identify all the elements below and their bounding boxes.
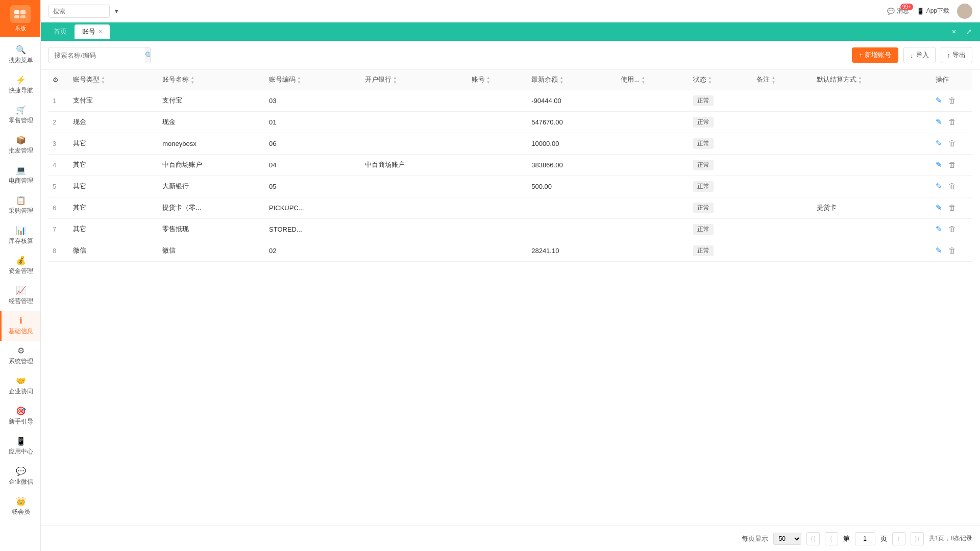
tab-home[interactable]: 首页 [46,24,75,39]
col-status[interactable]: 状态▲▼ [689,70,752,90]
row-usage [617,197,689,218]
logo-icon [10,5,31,23]
sidebar-item-quick-nav[interactable]: ⚡ 快捷导航 [0,70,40,100]
row-usage [617,240,689,261]
row-actions: ✎ 🗑 [932,90,972,111]
table-row: 5 其它 大新银行 05 500.00 正常 ✎ 🗑 [48,176,972,197]
import-icon: ↓ [910,52,914,59]
col-type[interactable]: 账号类型▲▼ [69,70,158,90]
tab-account-close[interactable]: × [99,28,102,35]
search-button[interactable]: 🔍 [145,47,151,63]
col-bank[interactable]: 开户银行▲▼ [361,70,468,90]
row-bank: 中百商场账户 [361,154,468,176]
add-account-button[interactable]: + 新增账号 [852,47,898,63]
col-account[interactable]: 账号▲▼ [468,70,528,90]
search-input[interactable] [49,52,145,59]
edit-button[interactable]: ✎ [936,224,942,233]
col-default-payment[interactable]: 默认结算方式▲▼ [813,70,932,90]
sidebar-item-wechat[interactable]: 💬 企业微信 [0,461,40,491]
delete-button[interactable]: 🗑 [948,139,956,147]
sidebar-item-finance[interactable]: 💰 资金管理 [0,251,40,281]
row-actions: ✎ 🗑 [932,240,972,261]
tab-bar-actions: × ⤢ [948,26,975,38]
edit-button[interactable]: ✎ [936,117,942,126]
page-size-label: 每页显示 [742,534,768,543]
delete-button[interactable]: 🗑 [948,203,956,212]
wholesale-icon: 📦 [16,135,26,145]
app-center-icon: 📱 [16,436,26,446]
message-icon: 💬 [887,8,895,15]
table-row: 1 支付宝 支付宝 03 -90444.00 正常 ✎ 🗑 [48,90,972,111]
delete-button[interactable]: 🗑 [948,117,956,126]
delete-button[interactable]: 🗑 [948,160,956,169]
sidebar-item-inventory[interactable]: 📊 库存核算 [0,220,40,251]
edit-button[interactable]: ✎ [936,160,942,169]
delete-button[interactable]: 🗑 [948,182,956,190]
row-remark [752,176,813,197]
page-of-label: 页 [880,534,887,543]
row-default-payment [813,176,932,197]
delete-button[interactable]: 🗑 [948,224,956,233]
message-button[interactable]: 💬 消息 99+ [887,7,909,15]
sidebar-item-purchase[interactable]: 📋 采购管理 [0,190,40,220]
row-usage [617,176,689,197]
col-usage[interactable]: 使用...▲▼ [617,70,689,90]
col-code[interactable]: 账号编码▲▼ [265,70,361,90]
row-status: 正常 [689,133,752,154]
row-account [468,111,528,133]
row-type: 其它 [69,176,158,197]
export-button[interactable]: ↑ 导出 [941,47,973,63]
col-balance[interactable]: 最新余额▲▼ [527,70,617,90]
edit-button[interactable]: ✎ [936,182,942,190]
edit-button[interactable]: ✎ [936,96,942,105]
tab-account[interactable]: 账号 × [75,24,110,39]
sidebar-item-system[interactable]: ⚙ 系统管理 [0,341,40,371]
table-row: 6 其它 提货卡（零... PICKUPC... 正常 提货卡 ✎ 🗑 [48,197,972,218]
message-badge: 99+ [900,4,913,10]
operation-icon: 📈 [16,286,26,295]
sidebar-item-ecommerce[interactable]: 💻 电商管理 [0,160,40,190]
row-code: PICKUPC... [265,197,361,218]
sidebar-item-wholesale[interactable]: 📦 批发管理 [0,130,40,160]
page-next-button[interactable]: ⟩ [892,532,905,545]
app-download-button[interactable]: 📱 App下载 [917,7,949,15]
page-last-button[interactable]: ⟩⟩ [911,532,924,545]
avatar[interactable] [957,4,972,19]
edit-button[interactable]: ✎ [936,139,942,147]
table-row: 4 其它 中百商场账户 04 中百商场账户 383866.00 正常 ✎ 🗑 [48,154,972,176]
sidebar-item-retail[interactable]: 🛒 零售管理 [0,100,40,130]
delete-button[interactable]: 🗑 [948,96,956,105]
chevron-down-icon: ▾ [115,7,118,15]
sidebar-item-member[interactable]: 👑 畅会员 [0,491,40,521]
agreement-icon: 🤝 [16,376,26,386]
sidebar-item-label: 资金管理 [9,267,33,276]
edit-button[interactable]: ✎ [936,246,942,255]
import-button[interactable]: ↓ 导入 [903,47,936,63]
page-input[interactable] [855,532,875,545]
svg-rect-1 [20,10,26,14]
sidebar-item-basic-info[interactable]: ℹ 基础信息 [0,311,40,341]
row-account [468,218,528,240]
page-prev-button[interactable]: ⟨ [825,532,838,545]
page-size-select[interactable]: 50 100 200 [773,533,801,545]
col-remark[interactable]: 备注▲▼ [752,70,813,90]
tab-expand-button[interactable]: ⤢ [963,26,975,38]
edit-button[interactable]: ✎ [936,203,942,212]
sidebar-item-search-menu[interactable]: 🔍 搜索菜单 [0,40,40,70]
col-settings[interactable]: ⚙ [48,70,69,90]
header-search-input[interactable] [48,5,110,18]
sidebar-item-operation[interactable]: 📈 经营管理 [0,281,40,311]
tab-close-button[interactable]: × [948,26,960,38]
page-first-button[interactable]: ⟨⟨ [806,532,820,545]
row-bank [361,176,468,197]
delete-button[interactable]: 🗑 [948,246,956,255]
row-name: 提货卡（零... [158,197,265,218]
retail-icon: 🛒 [16,105,26,115]
sidebar-item-guide[interactable]: 🎯 新手引导 [0,401,40,431]
header-dropdown[interactable]: ▾ [115,7,118,15]
sidebar-item-agreement[interactable]: 🤝 企业协同 [0,371,40,401]
export-label: 导出 [952,51,966,60]
col-name[interactable]: 账号名称▲▼ [158,70,265,90]
sidebar-item-app-center[interactable]: 📱 应用中心 [0,431,40,461]
accounts-table: ⚙ 账号类型▲▼ 账号名称▲▼ 账号编码▲▼ 开户银行▲▼ 账号▲▼ 最新余额▲… [48,70,972,262]
